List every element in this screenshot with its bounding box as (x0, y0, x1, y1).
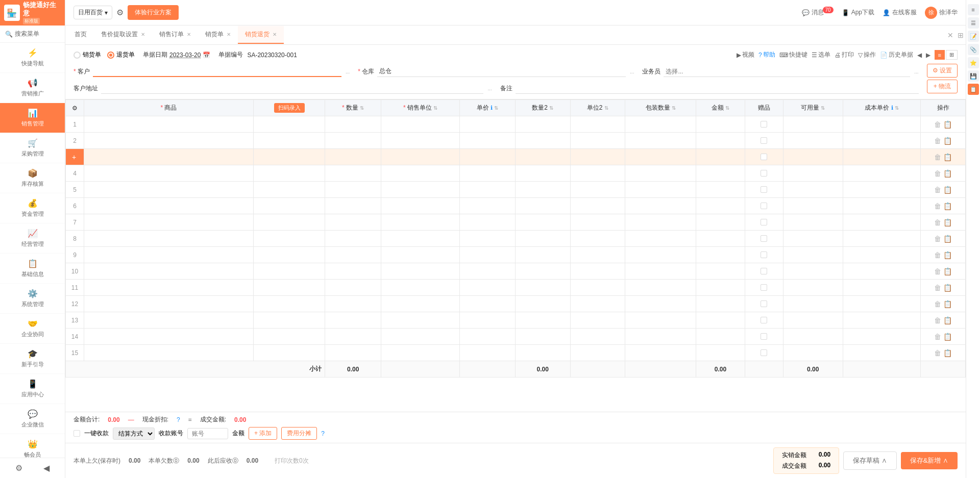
copy-row-8[interactable]: 📋 (943, 235, 952, 243)
sidebar-item-basic[interactable]: 📋 基础信息 (0, 254, 65, 284)
delete-row-9[interactable]: 🗑 (934, 251, 941, 259)
user-avatar[interactable]: 徐 徐泽华 (925, 7, 958, 19)
gift-checkbox-8[interactable] (761, 235, 767, 242)
tab-price[interactable]: 售价提取设置 ✕ (94, 26, 152, 44)
history-btn[interactable]: 📄 历史单据 (880, 51, 913, 59)
salesperson-more-icon[interactable]: ... (914, 69, 918, 74)
shortcut-btn[interactable]: ⌨ 快捷键 (779, 51, 807, 59)
quick-collect-checkbox[interactable] (74, 430, 80, 437)
gift-checkbox-11[interactable] (761, 284, 767, 291)
address-more-icon[interactable]: ... (487, 86, 492, 91)
delete-row-3[interactable]: 🗑 (934, 153, 941, 161)
sidebar-item-inventory[interactable]: 📦 库存核算 (0, 163, 65, 193)
copy-row-15[interactable]: 📋 (943, 349, 952, 357)
account-input[interactable] (187, 428, 228, 439)
gift-checkbox-14[interactable] (761, 333, 767, 340)
rp-btn-5[interactable]: ⭐ (968, 57, 979, 68)
online-service-btn[interactable]: 👤 在线客服 (883, 8, 917, 17)
tab-salesreturn[interactable]: 销货退货 ✕ (238, 26, 284, 44)
gift-checkbox-13[interactable] (761, 317, 767, 323)
copy-row-2[interactable]: 📋 (943, 137, 952, 145)
sidebar-item-newbie[interactable]: 🎓 新手引导 (0, 344, 65, 374)
date-value[interactable]: 2023-03-20 (169, 52, 201, 59)
delete-row-1[interactable]: 🗑 (934, 120, 941, 129)
product-input-active[interactable] (84, 151, 253, 163)
copy-row-4[interactable]: 📋 (943, 169, 952, 178)
module-selector[interactable]: 日用百货 ▾ (74, 6, 112, 19)
radio-return[interactable]: 退货单 (107, 51, 135, 59)
experience-btn[interactable]: 体验行业方案 (128, 5, 179, 20)
tab-home[interactable]: 首页 (67, 26, 94, 44)
tab-close-all-icon[interactable]: ✕ (947, 31, 953, 39)
delete-row-10[interactable]: 🗑 (934, 267, 941, 275)
sidebar-settings-btn[interactable]: ⚙ (15, 463, 22, 473)
tab-salesout[interactable]: 销货单 ✕ (198, 26, 238, 44)
rp-btn-3[interactable]: 📝 (968, 31, 979, 42)
cash-discount-info-icon[interactable]: ? (177, 416, 180, 423)
delete-row-13[interactable]: 🗑 (934, 316, 941, 324)
video-btn[interactable]: ▶ 视频 (737, 51, 754, 59)
nav-prev-icon[interactable]: ◀ (917, 52, 922, 59)
gift-checkbox-3[interactable] (761, 154, 767, 160)
sidebar-collapse-btn[interactable]: ◀ (43, 463, 50, 473)
copy-row-3[interactable]: 📋 (943, 153, 952, 161)
sidebar-item-finance[interactable]: 💰 资金管理 (0, 193, 65, 223)
gift-checkbox-10[interactable] (761, 268, 767, 274)
sidebar-item-sales[interactable]: 📊 销售管理 (0, 103, 65, 133)
list-view-btn[interactable]: ≡ (935, 50, 945, 60)
tab-close-salesout[interactable]: ✕ (227, 32, 231, 37)
available-sort-icon[interactable]: ⇅ (821, 105, 825, 111)
add-row-btn[interactable]: + (69, 152, 79, 162)
calc-method-select[interactable]: 结算方式 (113, 427, 155, 440)
gift-checkbox-15[interactable] (761, 349, 767, 356)
qty2-sort-icon[interactable]: ⇅ (549, 105, 553, 111)
message-btn[interactable]: 💬 消息 70 (802, 8, 834, 17)
delete-row-15[interactable]: 🗑 (934, 349, 941, 357)
sidebar-item-marketing[interactable]: 📢 营销推广 (0, 73, 65, 103)
price-sort-icon[interactable]: ⇅ (494, 105, 498, 111)
gift-checkbox-5[interactable] (761, 186, 767, 193)
calendar-icon[interactable]: 📅 (203, 52, 210, 59)
qty-sort-icon[interactable]: ⇅ (360, 105, 364, 111)
rp-btn-2[interactable]: ☰ (968, 17, 979, 29)
gift-checkbox-6[interactable] (761, 203, 767, 209)
gift-checkbox-7[interactable] (761, 219, 767, 225)
note-input[interactable] (516, 83, 919, 94)
copy-row-5[interactable]: 📋 (943, 186, 952, 194)
amount-sort-icon[interactable]: ⇅ (725, 105, 729, 111)
fee-split-btn[interactable]: 费用分摊 (281, 427, 317, 440)
delete-row-6[interactable]: 🗑 (934, 202, 941, 210)
delete-row-7[interactable]: 🗑 (934, 218, 941, 227)
tab-close-price[interactable]: ✕ (141, 32, 145, 37)
sidebar-item-system[interactable]: ⚙️ 系统管理 (0, 284, 65, 314)
salesperson-input[interactable] (664, 66, 910, 77)
save-draft-btn[interactable]: 保存草稿 ∧ (843, 451, 897, 470)
cost-info-icon[interactable]: ℹ (891, 105, 893, 111)
warehouse-more-icon[interactable]: ... (630, 69, 634, 74)
unit-sort-icon[interactable]: ⇅ (433, 105, 437, 111)
sidebar-search[interactable]: 🔍 搜索菜单 (0, 26, 65, 43)
nav-next-icon[interactable]: ▶ (926, 52, 930, 59)
tab-expand-icon[interactable]: ⊞ (958, 31, 964, 39)
delete-row-11[interactable]: 🗑 (934, 284, 941, 292)
copy-row-11[interactable]: 📋 (943, 284, 952, 292)
cost-sort-icon[interactable]: ⇅ (895, 105, 899, 111)
delete-row-14[interactable]: 🗑 (934, 333, 941, 341)
copy-row-13[interactable]: 📋 (943, 316, 952, 324)
sidebar-item-operations[interactable]: 📈 经营管理 (0, 223, 65, 254)
add-payment-btn[interactable]: + 添加 (249, 427, 277, 440)
app-download-btn[interactable]: 📱 App下载 (842, 8, 874, 17)
col-settings[interactable]: ⚙ (66, 100, 84, 116)
tab-salesorder[interactable]: 销售订单 ✕ (152, 26, 198, 44)
unit2-sort-icon[interactable]: ⇅ (604, 105, 608, 111)
split-help-icon[interactable]: ? (321, 430, 325, 437)
delete-row-2[interactable]: 🗑 (934, 137, 941, 145)
topbar-settings-icon[interactable]: ⚙ (116, 8, 124, 17)
operate-btn[interactable]: ▽ 操作 (858, 51, 876, 59)
sidebar-item-appstore[interactable]: 📱 应用中心 (0, 374, 65, 404)
rp-btn-1[interactable]: ≡ (968, 4, 979, 15)
tab-close-salesreturn[interactable]: ✕ (273, 32, 277, 37)
sidebar-item-enterprise[interactable]: 🤝 企业协同 (0, 314, 65, 344)
delete-row-12[interactable]: 🗑 (934, 300, 941, 308)
gift-checkbox-12[interactable] (761, 300, 767, 307)
